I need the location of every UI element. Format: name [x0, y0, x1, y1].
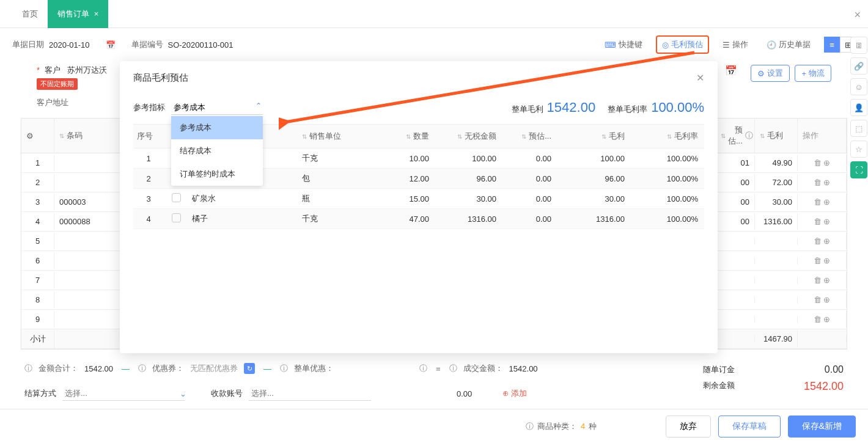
calendar2-icon[interactable]: 📅	[725, 65, 737, 76]
operations-button[interactable]: ☰操作	[718, 37, 753, 53]
m-chk[interactable]	[164, 210, 188, 228]
row-code[interactable]	[54, 159, 128, 167]
m-col-rate[interactable]: ⇅毛利率	[628, 125, 702, 148]
info-icon: ⓘ	[745, 130, 753, 141]
delete-icon[interactable]: 🗑	[814, 158, 822, 167]
row-code[interactable]: 0000088	[54, 213, 128, 230]
rail-user-icon[interactable]: 👤	[850, 99, 867, 116]
m-col-amt[interactable]: ⇅无税金额	[433, 125, 500, 148]
delete-icon[interactable]: 🗑	[814, 315, 822, 324]
tab-sales-order[interactable]: 销售订单 ×	[48, 0, 108, 28]
row-code[interactable]	[54, 316, 128, 323]
date-value[interactable]: 2020-01-10	[49, 40, 90, 49]
copy-icon[interactable]: ⊕	[823, 158, 830, 167]
dd-option-1[interactable]: 结存成本	[171, 139, 263, 163]
rail-cube-icon[interactable]: ⬚	[850, 120, 867, 137]
col-profit[interactable]: ⇅毛利	[755, 119, 798, 153]
row-code[interactable]	[54, 238, 128, 245]
copy-icon[interactable]: ⊕	[823, 197, 830, 207]
coupon-value[interactable]: 无匹配优惠券	[190, 363, 238, 374]
table-row[interactable]: 3 矿泉水 瓶 15.00 30.00 0.00 30.00 100.00%	[133, 189, 704, 209]
m-chk[interactable]	[164, 189, 188, 208]
row-code[interactable]: 000003	[54, 194, 128, 210]
delete-icon[interactable]: 🗑	[814, 178, 822, 187]
delete-icon[interactable]: 🗑	[814, 295, 822, 304]
calendar-icon[interactable]: 📅	[106, 40, 116, 49]
subtotal-label: 小计	[21, 330, 54, 348]
add-button[interactable]: ⊕ 添加	[502, 388, 527, 399]
delete-icon[interactable]: 🗑	[814, 276, 822, 285]
m-col-qty[interactable]: ⇅数量	[372, 125, 433, 148]
page-close-icon[interactable]: ×	[854, 9, 861, 21]
delete-icon[interactable]: 🗑	[814, 217, 822, 226]
copy-icon[interactable]: ⊕	[823, 295, 830, 304]
m-rate: 100.00%	[628, 170, 702, 187]
acct-select[interactable]	[249, 386, 371, 401]
copy-icon[interactable]: ⊕	[823, 256, 830, 265]
sort-icon: ⇅	[760, 133, 765, 139]
ref-input[interactable]	[171, 100, 263, 115]
row-seq: 5	[21, 233, 54, 249]
dd-option-2[interactable]: 订单签约时成本	[171, 163, 263, 186]
row-code[interactable]	[54, 179, 128, 186]
table-row[interactable]: 4 橘子 千克 47.00 1316.00 0.00 1316.00 100.0…	[133, 209, 704, 229]
profit-modal: 商品毛利预估 ✕ 参考指标 ⌃ 参考成本 结存成本 订单签约时成本 整单毛利15…	[120, 61, 718, 353]
tab-close-icon[interactable]: ×	[94, 9, 99, 18]
settle-method-label: 结算方式	[24, 388, 56, 399]
checkbox-icon[interactable]	[172, 213, 181, 222]
history-button[interactable]: 🕘历史单据	[762, 37, 815, 53]
rail-star-icon[interactable]: ☆	[850, 141, 867, 158]
checkbox-icon[interactable]	[172, 193, 181, 202]
chevron-up-icon[interactable]: ⌃	[256, 101, 262, 110]
m-unit: 包	[298, 169, 372, 188]
copy-icon[interactable]: ⊕	[823, 236, 830, 246]
rail-expand-icon[interactable]: ⛶	[850, 161, 867, 178]
row-ops: 🗑 ⊕	[798, 311, 847, 328]
m-col-seq[interactable]: 序号	[133, 125, 164, 148]
row-code[interactable]	[54, 296, 128, 304]
view-list-button[interactable]: ≡	[824, 37, 840, 53]
copy-icon[interactable]: ⊕	[823, 217, 830, 226]
tab-home[interactable]: 首页	[12, 0, 48, 28]
m-col-est[interactable]: ⇅预估...	[500, 125, 555, 148]
target-icon: ◎	[662, 40, 669, 49]
rail-doc-icon[interactable]: 🗏	[850, 37, 867, 54]
logistics-button[interactable]: +物流	[795, 65, 831, 82]
save-draft-button[interactable]: 保存草稿	[718, 416, 781, 438]
copy-icon[interactable]: ⊕	[823, 276, 830, 285]
profit-estimate-button[interactable]: ◎毛利预估	[656, 35, 709, 54]
refresh-icon[interactable]: ↻	[244, 363, 255, 374]
delete-icon[interactable]: 🗑	[814, 256, 822, 265]
col-est[interactable]: ⇅预估...ⓘ	[716, 119, 755, 153]
discard-button[interactable]: 放弃	[666, 416, 711, 438]
ref-select[interactable]: ⌃ 参考成本 结存成本 订单签约时成本	[171, 100, 263, 115]
settle-method-select[interactable]	[62, 386, 185, 401]
row-seq: 1	[21, 155, 54, 171]
customer-name[interactable]: 苏州万达沃	[67, 65, 107, 75]
row-code[interactable]	[54, 277, 128, 284]
info-icon: ⓘ	[138, 363, 146, 374]
info-icon: ⓘ	[24, 363, 32, 374]
m-col-unit[interactable]: ⇅销售单位	[298, 125, 372, 148]
chevron-down-icon[interactable]: ⌄	[180, 389, 186, 398]
row-seq: 3	[21, 194, 54, 210]
sort-icon: ⇅	[721, 133, 726, 139]
rail-link-icon[interactable]: 🔗	[850, 57, 867, 75]
col-barcode[interactable]: ⇅条码	[54, 119, 128, 153]
delete-icon[interactable]: 🗑	[814, 197, 822, 207]
row-code[interactable]	[54, 257, 128, 265]
dd-option-0[interactable]: 参考成本	[171, 116, 263, 139]
rail-smile-icon[interactable]: ☺	[850, 78, 867, 95]
save-new-button[interactable]: 保存&新增	[788, 416, 856, 438]
m-col-profit[interactable]: ⇅毛利	[555, 125, 628, 148]
modal-close-icon[interactable]: ✕	[696, 72, 704, 84]
sort-icon: ⇅	[457, 133, 462, 140]
header-bar: 单据日期 2020-01-10 📅 单据编号 SO-20200110-001 ⌨…	[0, 28, 868, 61]
settings-button[interactable]: ⚙设置	[751, 65, 790, 82]
copy-icon[interactable]: ⊕	[823, 178, 830, 187]
acct-label: 收款账号	[211, 388, 243, 399]
shortcut-button[interactable]: ⌨快捷键	[600, 37, 647, 53]
delete-icon[interactable]: 🗑	[814, 236, 822, 246]
col-gear[interactable]: ⚙	[21, 119, 54, 153]
copy-icon[interactable]: ⊕	[823, 315, 830, 324]
